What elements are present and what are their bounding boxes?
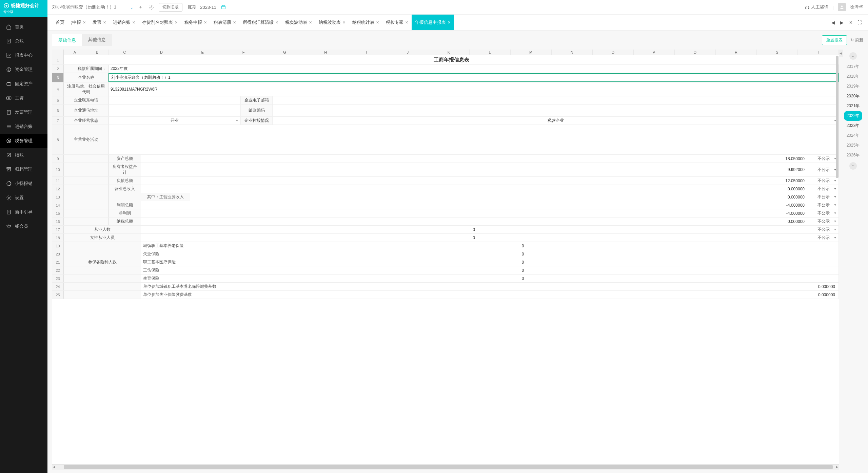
row-header-23[interactable]: 23 [52, 275, 64, 282]
horizontal-scrollbar[interactable]: ◀ ▶ [52, 464, 839, 470]
row-header-8[interactable]: 8 [52, 125, 64, 154]
publish-select[interactable]: 不公示 [808, 163, 839, 176]
close-icon[interactable]: ✕ [83, 20, 86, 25]
close-icon[interactable]: ✕ [376, 20, 379, 25]
col-header-K[interactable]: K [428, 50, 469, 55]
sidebar-item-10[interactable]: 归档管理 [0, 162, 47, 176]
publish-select[interactable]: 不公示 [808, 226, 839, 233]
tab-5[interactable]: 税务申报✕ [181, 15, 210, 30]
insur-value[interactable]: 0 [207, 242, 839, 250]
vertical-scrollbar[interactable] [835, 56, 839, 464]
year-item-2017年[interactable]: 2017年 [844, 62, 863, 72]
sidebar-item-6[interactable]: 发票管理 [0, 105, 47, 119]
spreadsheet[interactable]: ABCDEFGHIJKLMNOPQRST 1工商年报信息表2税款所属期间：202… [52, 50, 839, 470]
sheet-corner[interactable] [52, 50, 64, 55]
base-value[interactable]: 0.000000 [273, 283, 839, 290]
publish-select[interactable]: 不公示 [808, 201, 839, 209]
year-item-2026年[interactable]: 2026年 [844, 150, 863, 160]
reset-button[interactable]: 重置报表 [822, 35, 847, 45]
row-header-20[interactable]: 20 [52, 250, 64, 258]
asset-sub-value[interactable]: 0.000000 [190, 193, 808, 201]
year-item-2024年[interactable]: 2024年 [844, 131, 863, 140]
year-item-2021年[interactable]: 2021年 [844, 101, 863, 111]
col-header-O[interactable]: O [593, 50, 634, 55]
base-value[interactable]: 0.000000 [273, 291, 839, 299]
row-header-3[interactable]: 3 [52, 73, 64, 82]
switch-old-button[interactable]: 切到旧版 [159, 3, 182, 12]
close-icon[interactable]: ✕ [233, 20, 236, 25]
col-header-L[interactable]: L [470, 50, 511, 55]
col-header-T[interactable]: T [798, 50, 839, 55]
tab-9[interactable]: 纳税波动表✕ [315, 15, 349, 30]
row-header-7[interactable]: 7 [52, 117, 64, 125]
row-header-15[interactable]: 15 [52, 209, 64, 217]
publish-select[interactable]: 不公示 [808, 155, 839, 163]
row-header-17[interactable]: 17 [52, 226, 64, 233]
support-link[interactable]: 人工咨询 [805, 4, 829, 10]
sidebar-item-14[interactable]: 畅会员 [0, 219, 47, 233]
holding-select[interactable]: 私营企业 [273, 117, 839, 125]
year-panel-toggle[interactable]: ◀ [838, 50, 843, 57]
row-header-5[interactable]: 5 [52, 96, 64, 104]
publish-select[interactable]: 不公示 [808, 185, 839, 193]
row-header-16[interactable]: 16 [52, 217, 64, 225]
close-icon[interactable]: ✕ [132, 20, 135, 25]
sidebar-item-1[interactable]: 总账 [0, 34, 47, 48]
asset-value[interactable]: -4.000000 [141, 209, 808, 217]
tab-3[interactable]: 进销台账✕ [110, 15, 139, 30]
post-input[interactable] [273, 105, 839, 116]
close-icon[interactable]: ✕ [103, 20, 106, 25]
year-item-2020年[interactable]: 2020年 [844, 91, 863, 101]
close-icon[interactable]: ✕ [204, 20, 207, 25]
sidebar-item-2[interactable]: 报表中心 [0, 48, 47, 62]
phone-input[interactable] [108, 96, 241, 104]
sidebar-item-5[interactable]: 工资 [0, 91, 47, 105]
row-header-21[interactable]: 21 [52, 258, 64, 266]
col-header-F[interactable]: F [223, 50, 264, 55]
tab-next-icon[interactable]: ▶ [838, 19, 846, 26]
insur-value[interactable]: 0 [207, 258, 839, 266]
tab-10[interactable]: 纳税统计表✕ [349, 15, 382, 30]
year-up-icon[interactable]: ︿ [849, 52, 857, 60]
insur-value[interactable]: 0 [207, 275, 839, 282]
tab-8[interactable]: 税负波动表✕ [282, 15, 315, 30]
emp-value[interactable]: 0 [141, 226, 808, 233]
close-icon[interactable]: ✕ [448, 20, 451, 25]
period-value[interactable]: 2023-11 [200, 5, 216, 10]
year-item-2023年[interactable]: 2023年 [844, 121, 863, 131]
year-item-2018年[interactable]: 2018年 [844, 72, 863, 81]
col-header-J[interactable]: J [387, 50, 428, 55]
col-header-C[interactable]: C [108, 50, 141, 55]
account-selector[interactable]: 刘小艳演示账套（勿删勿动！）1 ⌄ [52, 4, 134, 10]
tab-prev-icon[interactable]: ◀ [829, 19, 837, 26]
row-header-12[interactable]: 12 [52, 185, 64, 193]
col-header-I[interactable]: I [346, 50, 387, 55]
col-header-B[interactable]: B [86, 50, 108, 55]
sidebar-item-4[interactable]: 固定资产 [0, 77, 47, 91]
scroll-right-icon[interactable]: ▶ [836, 465, 838, 469]
close-icon[interactable]: ✕ [405, 20, 408, 25]
insur-value[interactable]: 0 [207, 266, 839, 274]
female-value[interactable]: 0 [141, 234, 808, 242]
tab-1[interactable]: ¦申报✕ [68, 15, 89, 30]
fullscreen-icon[interactable]: ⛶ [856, 19, 863, 26]
col-header-E[interactable]: E [182, 50, 223, 55]
addr-input[interactable] [108, 105, 241, 116]
col-header-M[interactable]: M [511, 50, 552, 55]
col-header-N[interactable]: N [552, 50, 593, 55]
sidebar-item-8[interactable]: 税务管理 [0, 134, 47, 148]
col-header-S[interactable]: S [757, 50, 798, 55]
row-header-10[interactable]: 10 [52, 163, 64, 176]
scroll-left-icon[interactable]: ◀ [53, 465, 55, 469]
tab-close-all-icon[interactable]: ✕ [847, 19, 854, 26]
add-icon[interactable]: ＋ [137, 3, 144, 12]
year-item-2019年[interactable]: 2019年 [844, 81, 863, 91]
row-header-11[interactable]: 11 [52, 177, 64, 185]
close-icon[interactable]: ✕ [309, 20, 312, 25]
close-icon[interactable]: ✕ [342, 20, 346, 25]
col-header-G[interactable]: G [264, 50, 305, 55]
sidebar-item-3[interactable]: 资金管理 [0, 62, 47, 77]
scrollbar-thumb[interactable] [64, 465, 833, 469]
publish-select[interactable]: 不公示 [808, 234, 839, 242]
asset-value[interactable]: 9.992000 [141, 163, 808, 176]
